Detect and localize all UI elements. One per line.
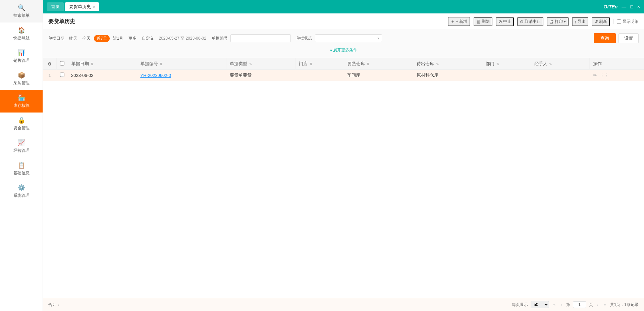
new-button[interactable]: ＋ + 新增 <box>448 17 470 26</box>
row-checkbox-cell <box>56 70 68 81</box>
brand-text: OfTEn <box>603 4 618 9</box>
expand-more-btn[interactable]: ▾ 展开更多条件 <box>327 46 360 54</box>
filter-group-date: 单据日期 昨天 今天 近7天 近1月 更多 自定义 2023-05-27 至 2… <box>48 35 206 42</box>
doc-no-label: 单据编号 <box>212 36 228 41</box>
table-container: ⚙ 单据日期 ⇅ 单据编号 ⇅ 单据类型 <box>43 58 644 298</box>
row-checkbox[interactable] <box>60 73 64 77</box>
th-settings[interactable]: ⚙ <box>43 58 56 70</box>
sidebar-item-inventory-label: 库存核算 <box>13 103 30 108</box>
first-page-btn[interactable]: « <box>552 302 557 308</box>
date-btn-more[interactable]: 更多 <box>126 35 139 42</box>
sidebar-item-ops-mgmt-label: 经营管理 <box>13 148 30 153</box>
sort-department-icon[interactable]: ⇅ <box>496 62 499 66</box>
sort-doc-date-icon[interactable]: ⇅ <box>91 62 93 66</box>
expand-label: 展开更多条件 <box>333 47 357 53</box>
date-btn-custom[interactable]: 自定义 <box>140 35 156 42</box>
sidebar-item-quick-nav[interactable]: 🏠 快捷导航 <box>0 23 43 45</box>
refresh-button[interactable]: ↺ 刷新 <box>592 17 610 26</box>
quick-nav-icon: 🏠 <box>18 27 25 34</box>
sort-handler-icon[interactable]: ⇅ <box>549 62 552 66</box>
export-button[interactable]: ↑ 导出 <box>572 17 589 26</box>
home-tab[interactable]: 首页 <box>47 2 64 11</box>
th-doc-type: 单据类型 ⇅ <box>226 58 296 70</box>
page-go-label: 第 <box>566 302 570 308</box>
next-page-btn[interactable]: › <box>596 302 600 308</box>
doc-no-link[interactable]: YH-20230602-0 <box>140 73 171 78</box>
sort-doc-type-icon[interactable]: ⇅ <box>249 62 252 66</box>
sidebar-item-purchase-mgmt[interactable]: 📦 采购管理 <box>0 68 43 90</box>
sidebar-item-finance-mgmt-label: 资金管理 <box>13 125 30 131</box>
date-btn-1month[interactable]: 近1月 <box>111 35 125 42</box>
filter-group-docno: 单据编号 <box>212 34 291 42</box>
date-btn-yesterday[interactable]: 昨天 <box>67 35 79 42</box>
sidebar-item-sys-mgmt[interactable]: ⚙️ 系统管理 <box>0 180 43 203</box>
sidebar-item-sales-mgmt[interactable]: 📊 销售管理 <box>0 45 43 68</box>
close-window-icon[interactable]: × <box>637 4 640 9</box>
show-detail-label[interactable]: 显示明细 <box>617 19 639 25</box>
expand-row: ▾ 展开更多条件 <box>48 46 639 54</box>
row-num: 1 <box>43 70 56 81</box>
close-tab-icon[interactable]: × <box>93 5 95 9</box>
active-tab[interactable]: 要货单历史 × <box>65 2 99 11</box>
sort-req-warehouse-icon[interactable]: ⇅ <box>367 62 369 66</box>
cancel-stop-label: 取消中止 <box>525 19 541 25</box>
th-req-warehouse-label: 要货仓库 <box>347 61 365 66</box>
prev-page-btn[interactable]: ‹ <box>559 302 564 308</box>
page-unit-label: 页 <box>589 302 593 308</box>
doc-date-label: 单据日期 <box>48 36 64 41</box>
export-icon: ↑ <box>575 19 577 24</box>
filter-action-btns: 查询 设置 <box>594 33 639 43</box>
active-tab-label: 要货单历史 <box>69 4 91 10</box>
table-header: ⚙ 单据日期 ⇅ 单据编号 ⇅ 单据类型 <box>43 58 644 70</box>
th-store: 门店 ⇅ <box>296 58 344 70</box>
table-footer: 合计： 每页显示 50 100 200 « ‹ 第 页 › » 共1页，1条记录 <box>43 298 644 311</box>
toolbar-divider <box>613 19 613 24</box>
finance-mgmt-icon: 🔒 <box>18 117 25 124</box>
purchase-mgmt-icon: 📦 <box>18 72 25 79</box>
row-doc-date: 2023-06-02 <box>68 70 137 81</box>
sidebar-item-finance-mgmt[interactable]: 🔒 资金管理 <box>0 113 43 135</box>
print-button[interactable]: 🖨 打印 ▾ <box>547 17 569 26</box>
edit-icon[interactable]: ✏ <box>593 73 597 78</box>
stop-label: 中止 <box>503 19 511 25</box>
sort-doc-no-icon[interactable]: ⇅ <box>160 62 162 66</box>
settings-button[interactable]: 设置 <box>619 33 639 43</box>
filter-date-btns: 昨天 今天 近7天 近1月 更多 自定义 <box>67 35 156 42</box>
last-page-btn[interactable]: » <box>602 302 607 308</box>
stop-button[interactable]: ⊘ 中止 <box>496 17 514 26</box>
date-btn-7days[interactable]: 近7天 <box>94 35 110 42</box>
row-doc-type: 要货单要货 <box>226 70 296 81</box>
sidebar: 🔍 搜索菜单 🏠 快捷导航 📊 销售管理 📦 采购管理 🏪 库存核算 🔒 资金管… <box>0 0 43 311</box>
filter-row-1: 单据日期 昨天 今天 近7天 近1月 更多 自定义 2023-05-27 至 2… <box>48 33 639 43</box>
doc-no-input[interactable] <box>230 34 291 42</box>
th-doc-no-label: 单据编号 <box>141 61 158 66</box>
sidebar-item-ops-mgmt[interactable]: 📈 经营管理 <box>0 135 43 158</box>
maximize-icon[interactable]: □ <box>630 4 633 9</box>
sidebar-item-basic-info-label: 基础信息 <box>13 170 30 176</box>
delete-button[interactable]: 🗑 删除 <box>474 17 492 26</box>
sidebar-item-basic-info[interactable]: 📋 基础信息 <box>0 158 43 180</box>
query-button[interactable]: 查询 <box>594 33 616 43</box>
more-actions-icon[interactable]: ⋮⋮ <box>600 73 609 78</box>
table-row[interactable]: 1 2023-06-02 YH-20230602-0 要货单要货 车间库 原材料… <box>43 70 644 81</box>
sort-pending-warehouse-icon[interactable]: ⇅ <box>436 62 439 66</box>
th-doc-date: 单据日期 ⇅ <box>68 58 137 70</box>
date-btn-today[interactable]: 今天 <box>80 35 93 42</box>
doc-status-select[interactable] <box>315 34 382 42</box>
per-page-select[interactable]: 50 100 200 <box>531 301 549 308</box>
main-area: 首页 要货单历史 × OfTEn — □ × 要货单历史 ＋ + 新增 🗑 <box>43 0 644 311</box>
total-info: 共1页，1条记录 <box>610 302 639 308</box>
th-pending-warehouse: 待出仓库 ⇅ <box>413 58 482 70</box>
cancel-stop-button[interactable]: ⊘ 取消中止 <box>517 17 543 26</box>
filter-group-status: 单据状态 <box>296 34 382 42</box>
th-department-label: 部门 <box>486 61 494 66</box>
minimize-icon[interactable]: — <box>622 4 626 9</box>
current-page-input[interactable] <box>573 301 586 308</box>
sidebar-item-search-menu[interactable]: 🔍 搜索菜单 <box>0 0 43 23</box>
select-all-checkbox[interactable] <box>60 61 64 65</box>
th-handler-label: 经手人 <box>534 61 547 66</box>
sidebar-item-inventory[interactable]: 🏪 库存核算 <box>0 90 43 113</box>
sort-store-icon[interactable]: ⇅ <box>310 62 312 66</box>
sidebar-item-purchase-mgmt-label: 采购管理 <box>13 80 30 86</box>
show-detail-checkbox[interactable] <box>617 19 621 24</box>
